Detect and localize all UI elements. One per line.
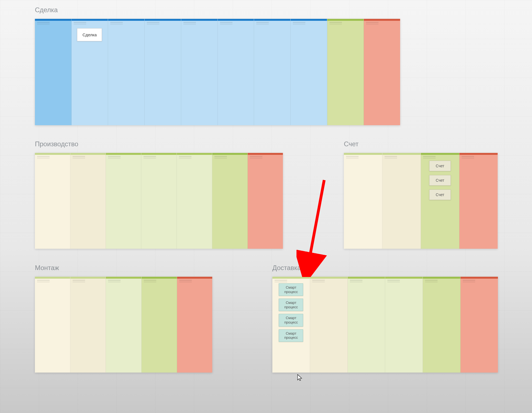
- deal-column-lost[interactable]: [364, 19, 400, 125]
- invoice-card[interactable]: Счет: [429, 161, 451, 171]
- deal-column[interactable]: Сделка: [71, 19, 108, 125]
- delivery-card[interactable]: Смарт процесс: [279, 314, 303, 326]
- deal-column[interactable]: [218, 19, 254, 125]
- deal-column[interactable]: [181, 19, 218, 125]
- delivery-column[interactable]: [348, 277, 385, 373]
- production-column[interactable]: [177, 153, 212, 249]
- board-invoice[interactable]: Счет Счет Счет: [344, 153, 498, 249]
- installation-column-lost[interactable]: [177, 277, 212, 373]
- deal-column[interactable]: [108, 19, 145, 125]
- production-column-lost[interactable]: [248, 153, 283, 249]
- delivery-card[interactable]: Смарт процесс: [279, 283, 303, 296]
- invoice-card[interactable]: Счет: [429, 189, 451, 200]
- deal-column[interactable]: [35, 19, 71, 125]
- production-column[interactable]: [35, 153, 70, 249]
- delivery-column[interactable]: [310, 277, 348, 373]
- board-production[interactable]: [35, 153, 283, 249]
- invoice-column-lost[interactable]: [459, 153, 498, 249]
- delivery-card[interactable]: Смарт процесс: [279, 299, 303, 311]
- invoice-card[interactable]: Счет: [429, 175, 451, 186]
- board-title-delivery: Доставка: [272, 264, 301, 272]
- board-deal[interactable]: Сделка: [35, 19, 400, 125]
- deal-card[interactable]: Сделка: [77, 28, 102, 41]
- cursor-icon: [297, 374, 303, 383]
- production-column[interactable]: [70, 153, 106, 249]
- production-column-won[interactable]: [212, 153, 248, 249]
- delivery-column[interactable]: [385, 277, 423, 373]
- invoice-column-won[interactable]: Счет Счет Счет: [421, 153, 459, 249]
- delivery-column-won[interactable]: [423, 277, 461, 373]
- board-title-production: Производство: [35, 140, 78, 148]
- invoice-column[interactable]: [344, 153, 382, 249]
- production-column[interactable]: [141, 153, 177, 249]
- board-delivery[interactable]: Смарт процесс Смарт процесс Смарт процес…: [272, 277, 498, 373]
- installation-column[interactable]: [70, 277, 106, 373]
- invoice-column[interactable]: [382, 153, 421, 249]
- delivery-column[interactable]: Смарт процесс Смарт процесс Смарт процес…: [272, 277, 310, 373]
- production-column[interactable]: [106, 153, 141, 249]
- deal-column[interactable]: [145, 19, 181, 125]
- arrow-icon: [296, 177, 330, 277]
- installation-column[interactable]: [106, 277, 141, 373]
- svg-line-0: [308, 180, 324, 269]
- board-title-deal: Сделка: [35, 6, 58, 14]
- board-installation[interactable]: [35, 277, 212, 373]
- delivery-column-lost[interactable]: [461, 277, 498, 373]
- deal-column[interactable]: [254, 19, 291, 125]
- delivery-card[interactable]: Смарт процесс: [279, 329, 303, 342]
- board-title-installation: Монтаж: [35, 264, 59, 272]
- installation-column[interactable]: [35, 277, 70, 373]
- installation-column-won[interactable]: [142, 277, 177, 373]
- deal-column-won[interactable]: [327, 19, 364, 125]
- deal-column[interactable]: [291, 19, 327, 125]
- board-title-invoice: Счет: [344, 140, 359, 148]
